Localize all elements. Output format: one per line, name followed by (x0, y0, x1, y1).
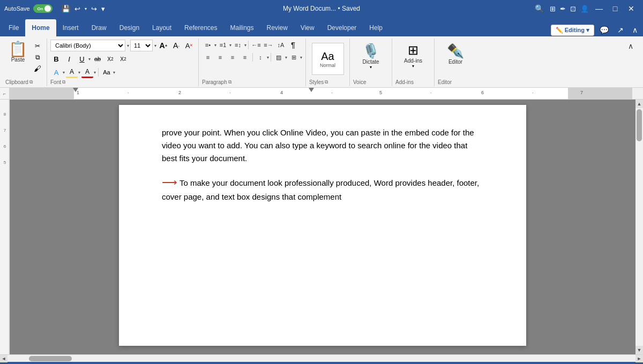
superscript-button[interactable]: X2 (117, 53, 129, 65)
scroll-thumb-h[interactable] (29, 356, 72, 361)
clipboard-expand-icon[interactable]: ⧉ (29, 79, 33, 85)
undo-icon[interactable]: ↩ (73, 3, 82, 14)
tab-view[interactable]: View (294, 19, 321, 36)
addins-dropdown[interactable]: ▾ (412, 64, 414, 69)
ruler-corner-icon[interactable]: ⌐ (0, 88, 9, 99)
tab-mailings[interactable]: Mailings (223, 19, 260, 36)
format-painter-button[interactable]: 🖌 (32, 63, 43, 74)
save-icon[interactable]: 💾 (60, 3, 72, 14)
sort-button[interactable]: ↕A (275, 40, 287, 50)
share-icon[interactable]: ↗ (614, 24, 627, 36)
font-dropdown-arrow[interactable]: ▾ (127, 43, 129, 48)
tab-references[interactable]: References (178, 19, 223, 36)
line-spacing-button[interactable]: ↕ (255, 52, 266, 63)
tab-developer[interactable]: Developer (321, 19, 363, 36)
font-color-dropdown[interactable]: ▾ (94, 70, 96, 75)
addins-button[interactable]: ⊞ Add-ins ▾ (400, 42, 427, 71)
paste-button[interactable]: 📋 Paste (5, 40, 31, 65)
tab-design[interactable]: Design (113, 19, 146, 36)
styles-aa-text: Aa (321, 50, 334, 63)
collapse-ribbon-button[interactable]: ∧ (625, 41, 637, 51)
bullets-button[interactable]: ≡• (202, 40, 214, 50)
font-size-select[interactable]: 11 (130, 40, 153, 51)
tab-draw[interactable]: Draw (85, 19, 113, 36)
strikethrough-button[interactable]: ab (92, 53, 103, 65)
multilevel-button[interactable]: ≡↕ (232, 40, 244, 50)
multilevel-dropdown[interactable]: ▾ (244, 43, 246, 48)
voice-label: Voice (353, 78, 366, 85)
text-case-dropdown[interactable]: ▾ (113, 70, 115, 75)
dictate-dropdown[interactable]: ▾ (370, 65, 372, 70)
document-scroll-area[interactable]: prove your point. When you click Online … (10, 100, 635, 354)
collapse-ribbon-icon[interactable]: ∧ (629, 24, 641, 36)
underline-dropdown[interactable]: ▾ (88, 57, 91, 62)
font-family-select[interactable]: Calibri (Body) (50, 40, 125, 51)
tab-review[interactable]: Review (260, 19, 294, 36)
tab-home[interactable]: Home (25, 19, 56, 36)
tab-file[interactable]: File (2, 19, 25, 36)
tab-insert[interactable]: Insert (56, 19, 85, 36)
font-expand-icon[interactable]: ⧉ (62, 79, 65, 85)
line-spacing-dropdown[interactable]: ▾ (267, 55, 269, 60)
comments-icon[interactable]: 💬 (596, 24, 612, 36)
scroll-thumb-v[interactable] (637, 109, 642, 141)
dictate-button[interactable]: 🎙️ Dictate ▾ (357, 42, 384, 72)
scroll-track-h[interactable] (8, 355, 635, 362)
subscript-button[interactable]: X2 (104, 53, 116, 65)
styles-normal-preview[interactable]: Aa Normal (312, 43, 344, 75)
text-effects-dropdown[interactable]: ▾ (63, 70, 65, 75)
borders-button[interactable]: ⊞ (288, 52, 300, 63)
align-center-button[interactable]: ≡ (214, 52, 226, 63)
microsoft-icon[interactable]: ⊞ (548, 3, 557, 14)
align-left-button[interactable]: ≡ (202, 52, 214, 63)
shading-button[interactable]: ▨ (273, 52, 285, 63)
bullets-dropdown[interactable]: ▾ (214, 43, 216, 48)
shading-dropdown[interactable]: ▾ (285, 55, 287, 60)
tab-layout[interactable]: Layout (146, 19, 178, 36)
styles-expand-icon[interactable]: ⧉ (325, 79, 328, 85)
restore-icon[interactable]: ⊡ (569, 3, 578, 14)
redo-icon[interactable]: ↪ (89, 3, 99, 14)
italic-button[interactable]: I (63, 53, 75, 65)
close-button[interactable]: ✕ (624, 1, 639, 16)
highlight-dropdown[interactable]: ▾ (78, 70, 80, 75)
text-case-button[interactable]: Aa (101, 66, 113, 78)
highlight-button[interactable]: A (66, 66, 78, 78)
font-color-button[interactable]: A (81, 66, 93, 78)
borders-dropdown[interactable]: ▾ (300, 55, 302, 60)
scroll-down-button[interactable]: ▼ (635, 346, 643, 354)
account-icon[interactable]: 👤 (579, 3, 590, 14)
scroll-right-button[interactable]: ► (635, 355, 643, 362)
para-expand-icon[interactable]: ⧉ (228, 79, 231, 85)
scroll-left-button[interactable]: ◄ (0, 355, 8, 362)
numbering-button[interactable]: ≡1 (217, 40, 229, 50)
scroll-track-v[interactable] (635, 108, 643, 346)
minimize-button[interactable]: — (592, 1, 607, 16)
underline-button[interactable]: U (76, 53, 88, 65)
scroll-up-button[interactable]: ▲ (635, 100, 643, 108)
pen-icon[interactable]: ✒ (558, 3, 567, 14)
shrink-font-button[interactable]: A- (170, 40, 182, 51)
show-hide-button[interactable]: ¶ (287, 40, 299, 50)
justify-button[interactable]: ≡ (239, 52, 251, 63)
clear-format-button[interactable]: A✕ (183, 40, 195, 51)
increase-indent-button[interactable]: ≡→ (263, 40, 274, 50)
numbering-dropdown[interactable]: ▾ (229, 43, 231, 48)
grow-font-button[interactable]: A+ (158, 40, 169, 51)
tab-help[interactable]: Help (363, 19, 389, 36)
search-icon[interactable]: 🔍 (535, 4, 544, 13)
editing-button[interactable]: ✏️ Editing ▾ (551, 25, 594, 36)
copy-button[interactable]: ⧉ (32, 52, 43, 63)
autosave-toggle[interactable]: On (33, 4, 53, 13)
bold-button[interactable]: B (50, 53, 62, 65)
maximize-button[interactable]: □ (608, 1, 623, 16)
right-indent-marker[interactable] (309, 88, 314, 92)
customize-icon[interactable]: ▾ (100, 3, 107, 14)
text-effects-button[interactable]: A (50, 66, 62, 78)
size-dropdown-arrow[interactable]: ▾ (154, 43, 156, 48)
editor-button[interactable]: ✒️ Editor (442, 42, 469, 67)
align-right-button[interactable]: ≡ (227, 52, 238, 63)
cut-button[interactable]: ✂ (32, 41, 43, 51)
undo-dropdown-icon[interactable]: ▾ (83, 5, 88, 13)
decrease-indent-button[interactable]: ←≡ (250, 40, 262, 50)
